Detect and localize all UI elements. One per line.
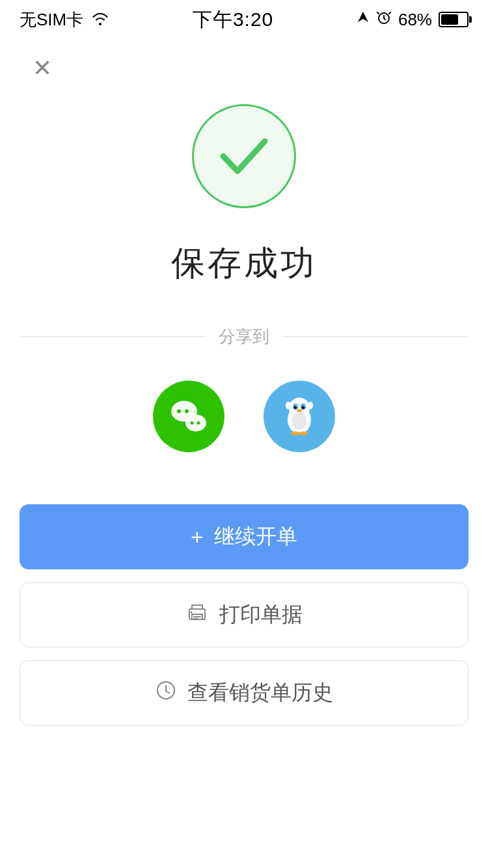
qq-icon	[281, 396, 318, 437]
main-content: ✕ 保存成功 分享到	[0, 39, 488, 726]
svg-rect-24	[193, 618, 198, 619]
share-label: 分享到	[219, 325, 269, 348]
continue-button[interactable]: + 继续开单	[20, 504, 468, 569]
battery-percent: 68%	[398, 10, 432, 30]
print-label: 打印单据	[219, 601, 303, 629]
printer-icon	[185, 601, 209, 629]
close-icon: ✕	[33, 57, 52, 80]
status-left: 无SIM卡	[20, 8, 109, 31]
svg-point-6	[197, 422, 200, 425]
alarm-icon	[376, 10, 392, 29]
divider-right	[282, 336, 468, 337]
svg-point-15	[297, 409, 302, 413]
divider-left	[20, 336, 206, 337]
success-title: 保存成功	[171, 241, 317, 286]
history-label: 查看销货单历史	[187, 679, 333, 707]
status-time: 下午3:20	[193, 7, 273, 33]
svg-point-14	[303, 406, 305, 407]
success-circle	[192, 104, 296, 208]
close-button[interactable]: ✕	[26, 52, 59, 85]
location-icon	[357, 10, 370, 29]
close-button-row: ✕	[20, 39, 468, 104]
svg-point-4	[185, 414, 206, 431]
checkmark-icon	[218, 133, 270, 179]
svg-point-11	[295, 406, 297, 407]
svg-rect-23	[193, 616, 201, 617]
status-right: 68%	[357, 10, 468, 30]
plus-icon: +	[191, 524, 204, 550]
print-button[interactable]: 打印单据	[20, 582, 468, 647]
carrier-text: 无SIM卡	[20, 8, 83, 31]
qq-share-button[interactable]	[264, 381, 335, 452]
svg-point-20	[308, 401, 313, 409]
battery-icon	[439, 12, 468, 27]
wechat-icon	[169, 400, 209, 433]
svg-point-25	[191, 612, 193, 614]
svg-point-19	[286, 401, 291, 409]
continue-label: 继续开单	[214, 522, 297, 551]
wechat-share-button[interactable]	[153, 381, 224, 452]
history-icon	[155, 679, 177, 707]
share-row	[153, 381, 335, 452]
svg-point-18	[299, 431, 308, 435]
svg-point-2	[177, 409, 181, 413]
status-bar: 无SIM卡 下午3:20 68%	[0, 0, 488, 39]
share-divider: 分享到	[20, 325, 468, 348]
history-button[interactable]: 查看销货单历史	[20, 660, 468, 726]
actions-container: + 继续开单 打印单据	[20, 504, 468, 726]
svg-point-17	[291, 431, 300, 435]
svg-point-5	[191, 422, 194, 425]
wifi-icon	[91, 10, 109, 30]
svg-point-3	[185, 409, 189, 413]
svg-point-16	[292, 412, 306, 430]
